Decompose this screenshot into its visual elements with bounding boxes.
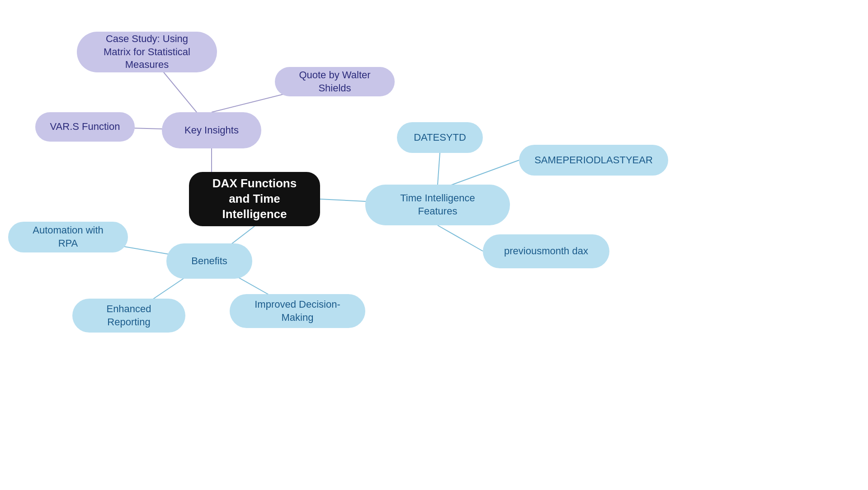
node-quote-label: Quote by Walter Shields	[289, 69, 380, 95]
node-vars-function[interactable]: VAR.S Function	[35, 112, 135, 142]
node-vars-label: VAR.S Function	[50, 120, 120, 133]
svg-line-5	[438, 153, 440, 185]
node-key-insights[interactable]: Key Insights	[162, 112, 261, 148]
node-time-intel-label: Time Intelligence Features	[380, 192, 495, 218]
node-benefits[interactable]: Benefits	[166, 243, 252, 279]
node-case-study[interactable]: Case Study: Using Matrix for Statistical…	[77, 32, 217, 72]
node-sameperiodlastyear[interactable]: SAMEPERIODLASTYEAR	[519, 145, 668, 176]
center-label: DAX Functions and Time Intelligence	[203, 176, 306, 222]
node-case-study-label: Case Study: Using Matrix for Statistical…	[91, 33, 203, 71]
node-datesytd[interactable]: DATESYTD	[397, 122, 483, 153]
node-previousmonth-dax[interactable]: previousmonth dax	[483, 234, 609, 268]
svg-line-7	[438, 225, 483, 251]
node-prevmonth-label: previousmonth dax	[504, 245, 588, 258]
node-time-intelligence[interactable]: Time Intelligence Features	[365, 185, 510, 225]
node-improved-label: Improved Decision-Making	[244, 298, 351, 324]
node-datesytd-label: DATESYTD	[414, 131, 466, 144]
node-automation-label: Automation with RPA	[23, 224, 113, 250]
node-enhanced-label: Enhanced Reporting	[87, 303, 171, 328]
node-automation-rpa[interactable]: Automation with RPA	[8, 222, 128, 252]
node-sameperiod-label: SAMEPERIODLASTYEAR	[534, 154, 653, 167]
node-key-insights-label: Key Insights	[184, 124, 239, 137]
center-node: DAX Functions and Time Intelligence	[189, 172, 320, 226]
node-enhanced-reporting[interactable]: Enhanced Reporting	[72, 299, 185, 333]
node-quote[interactable]: Quote by Walter Shields	[275, 67, 395, 96]
node-benefits-label: Benefits	[191, 255, 227, 268]
node-improved-decision-making[interactable]: Improved Decision-Making	[230, 294, 365, 328]
